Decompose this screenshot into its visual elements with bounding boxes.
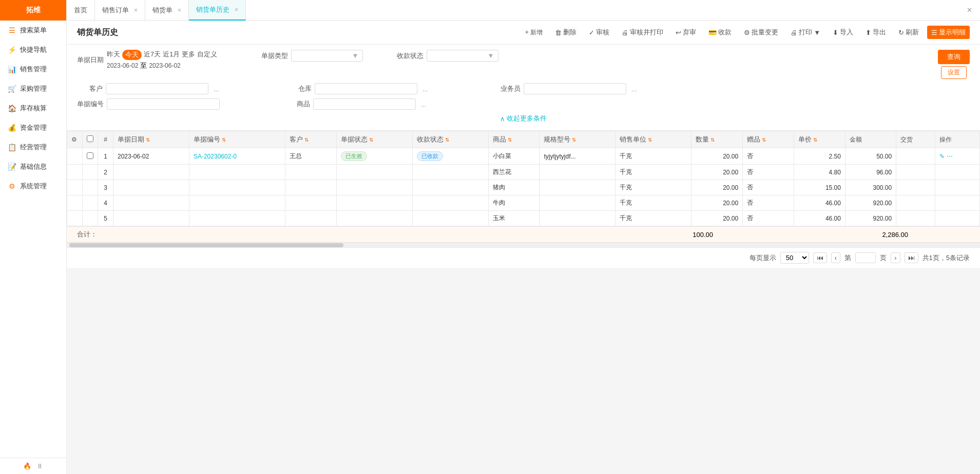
th-payment-status[interactable]: 收款状态⇅ [412, 131, 488, 148]
print-button[interactable]: 🖨 打印 ▼ [786, 26, 824, 39]
salesperson-input[interactable] [524, 83, 626, 94]
goods-input[interactable] [313, 98, 416, 110]
doc-type-select[interactable]: ▼ [291, 50, 363, 62]
payment-status-select[interactable]: ▼ [427, 50, 498, 62]
td-doc-no[interactable]: SA-20230602-0 [189, 148, 285, 165]
th-doc-status[interactable]: 单据状态⇅ [336, 131, 412, 148]
th-qty[interactable]: 数量⇅ [691, 131, 743, 148]
td-checkbox[interactable] [83, 148, 98, 165]
query-button[interactable]: 查询 [938, 50, 970, 64]
th-date[interactable]: 单据日期⇅ [113, 131, 189, 148]
sidebar-item-sales-mgmt[interactable]: 📊 销售管理 [0, 60, 66, 79]
scroll-bar-area[interactable] [67, 242, 980, 247]
tab-sales-order[interactable]: 销售订单 × [95, 0, 145, 21]
shortcut-more[interactable]: 更多 [182, 50, 195, 60]
td-goods: 西兰花 [488, 165, 540, 180]
tab-sales-order-close[interactable]: × [134, 7, 138, 14]
th-doc-no[interactable]: 单据编号⇅ [189, 131, 285, 148]
customer-input[interactable] [106, 83, 208, 94]
query-area: 查询 设置 [938, 50, 970, 79]
shortcut-1month[interactable]: 近1月 [163, 50, 180, 60]
per-page-select[interactable]: 50 20 100 [780, 252, 809, 264]
th-price[interactable]: 单价⇅ [794, 131, 846, 148]
settings-button[interactable]: 设置 [941, 66, 967, 79]
goods-ellipsis[interactable]: ... [419, 100, 429, 109]
th-settings[interactable]: ⚙ [67, 131, 83, 148]
td-rownum: 1 [98, 148, 113, 165]
first-page-btn[interactable]: ⏮ [813, 252, 827, 263]
warehouse-input[interactable] [315, 83, 417, 94]
export-button[interactable]: ⬆ 导出 [861, 26, 890, 39]
td-checkbox[interactable] [83, 165, 98, 180]
td-amount: 96.00 [845, 165, 896, 180]
page-input[interactable]: 1 [855, 252, 876, 263]
abandon-button[interactable]: ↩ 弃审 [671, 26, 700, 39]
tab-sales-goods[interactable]: 销货单 × [145, 0, 189, 21]
abandon-icon: ↩ [676, 29, 681, 36]
date-from[interactable]: 2023-06-02 [107, 62, 138, 69]
th-checkbox[interactable] [83, 131, 98, 148]
audit-print-button[interactable]: 🖨 审核并打印 [618, 26, 667, 39]
prev-page-btn[interactable]: ‹ [831, 252, 840, 263]
batch-change-button[interactable]: ⚙ 批量变更 [740, 26, 782, 39]
row-checkbox[interactable] [87, 152, 93, 159]
td-checkbox[interactable] [83, 195, 98, 211]
sidebar-item-base-info[interactable]: 📝 基础信息 [0, 157, 66, 176]
th-goods[interactable]: 商品⇅ [488, 131, 540, 148]
sidebar-pause-icon[interactable]: ⏸ [36, 462, 43, 470]
window-close-btn[interactable]: ✕ [967, 6, 980, 14]
sidebar-item-quick-nav[interactable]: ⚡ 快捷导航 [0, 40, 66, 60]
salesperson-ellipsis[interactable]: ... [629, 84, 639, 94]
td-checkbox[interactable] [83, 211, 98, 226]
td-doc-no [189, 180, 285, 195]
collect-button[interactable]: 💳 收款 [704, 26, 736, 39]
shortcut-7days[interactable]: 近7天 [144, 50, 161, 60]
show-detail-button[interactable]: ☰ 显示明细 [927, 26, 970, 39]
new-button[interactable]: + 新增 [521, 26, 547, 39]
filter-doc-type: 单据类型 ▼ [261, 50, 363, 62]
doc-type-label: 单据类型 [261, 51, 288, 61]
audit-button[interactable]: ✓ 审核 [585, 26, 613, 39]
th-gift[interactable]: 赠品⇅ [743, 131, 794, 148]
sidebar-item-sys-mgmt[interactable]: ⚙ 系统管理 [0, 176, 66, 196]
td-checkbox[interactable] [83, 180, 98, 195]
td-settings [67, 180, 83, 195]
td-customer [285, 195, 336, 211]
sidebar-item-search-menu[interactable]: ☰ 搜索菜单 [0, 21, 66, 40]
shortcut-custom[interactable]: 自定义 [197, 50, 217, 60]
shortcut-today[interactable]: 今天 [122, 50, 142, 60]
td-date [113, 180, 189, 195]
tab-sales-history[interactable]: 销货单历史 × [189, 0, 246, 21]
next-page-btn[interactable]: › [891, 252, 900, 263]
customer-ellipsis[interactable]: ... [212, 84, 221, 94]
sidebar-item-inventory[interactable]: 🏠 库存核算 [0, 98, 66, 118]
sidebar-item-operations[interactable]: 📋 经营管理 [0, 137, 66, 157]
sidebar-fire-icon[interactable]: 🔥 [23, 462, 31, 470]
td-date [113, 195, 189, 211]
td-gift: 否 [743, 180, 794, 195]
doc-no-input[interactable] [107, 98, 220, 110]
select-all-checkbox[interactable] [87, 135, 93, 142]
refresh-button[interactable]: ↻ 刷新 [894, 26, 923, 39]
last-page-btn[interactable]: ⏭ [905, 252, 918, 263]
delete-button[interactable]: 🗑 删除 [551, 26, 581, 39]
sidebar-item-finance[interactable]: 💰 资金管理 [0, 118, 66, 137]
collapse-button[interactable]: ∧ 收起更多条件 [500, 114, 547, 123]
tab-home[interactable]: 首页 [67, 0, 95, 21]
tab-sales-history-close[interactable]: × [235, 6, 238, 13]
warehouse-ellipsis[interactable]: ... [420, 84, 430, 94]
edit-btn[interactable]: ✎ [939, 153, 945, 160]
table-area: ⚙ # 单据日期⇅ 单据编号⇅ 客户⇅ 单据状态⇅ 收款状态⇅ 商品⇅ 规格型号… [67, 131, 980, 226]
td-settings [67, 148, 83, 165]
footer-total-amount: 2,286.00 [857, 231, 908, 239]
tab-sales-goods-close[interactable]: × [178, 7, 181, 14]
more-btn[interactable]: ⋯ [947, 153, 953, 160]
date-to[interactable]: 2023-06-02 [149, 62, 180, 69]
th-customer[interactable]: 客户⇅ [285, 131, 336, 148]
import-button[interactable]: ⬇ 导入 [829, 26, 857, 39]
th-unit[interactable]: 销售单位⇅ [616, 131, 691, 148]
sidebar-item-purchase-mgmt[interactable]: 🛒 采购管理 [0, 79, 66, 98]
shortcut-yesterday[interactable]: 昨天 [107, 50, 120, 60]
customer-label: 客户 [77, 84, 103, 93]
th-spec[interactable]: 规格型号⇅ [540, 131, 616, 148]
